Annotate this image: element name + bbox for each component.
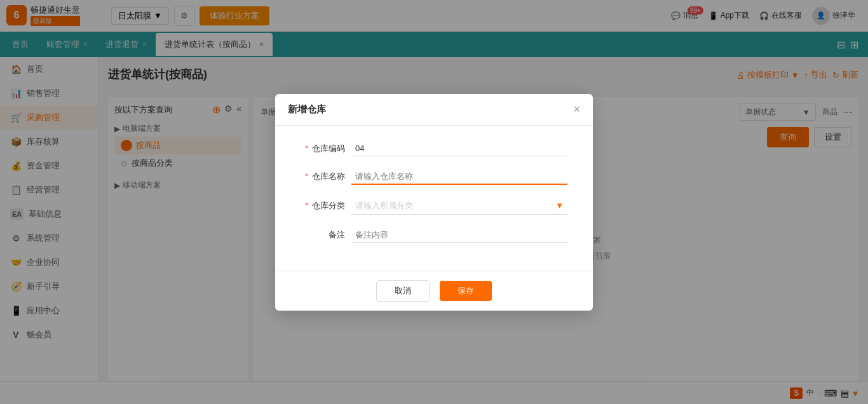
remark-label: 备注 <box>301 229 345 241</box>
required-star-name: * <box>305 172 308 181</box>
modal-close-icon[interactable]: × <box>573 103 580 116</box>
warehouse-code-input[interactable] <box>351 141 567 156</box>
modal-overlay: 新增仓库 × * 仓库编码 * 仓库名称 <box>0 0 868 404</box>
add-warehouse-modal: 新增仓库 × * 仓库编码 * 仓库名称 <box>275 94 593 311</box>
category-dropdown-icon: ▼ <box>555 201 564 210</box>
cancel-button[interactable]: 取消 <box>376 280 430 302</box>
required-star-code: * <box>305 144 308 153</box>
form-row-name: * 仓库名称 <box>301 169 567 185</box>
modal-header: 新增仓库 × <box>275 94 593 126</box>
required-star-category: * <box>305 201 308 210</box>
modal-body: * 仓库编码 * 仓库名称 * 仓库分类 请输入所属 <box>275 126 593 271</box>
name-label: * 仓库名称 <box>301 171 345 182</box>
modal-footer: 取消 保存 <box>275 271 593 311</box>
category-label: * 仓库分类 <box>301 200 345 212</box>
form-row-category: * 仓库分类 请输入所属分类 ▼ <box>301 198 567 215</box>
warehouse-remark-input[interactable] <box>351 227 567 243</box>
code-label: * 仓库编码 <box>301 143 345 154</box>
form-row-remark: 备注 <box>301 227 567 243</box>
warehouse-category-select[interactable]: 请输入所属分类 ▼ <box>351 198 567 215</box>
form-row-code: * 仓库编码 <box>301 141 567 156</box>
warehouse-name-input[interactable] <box>351 169 567 185</box>
modal-title: 新增仓库 <box>288 104 326 116</box>
category-placeholder: 请输入所属分类 <box>355 200 413 212</box>
save-button[interactable]: 保存 <box>440 281 492 301</box>
